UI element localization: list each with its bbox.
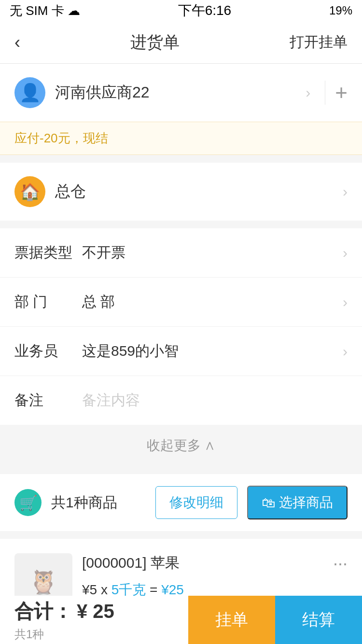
notice-bar: 应付-20元，现结 bbox=[0, 122, 362, 155]
salesman-value: 这是859的小智 bbox=[82, 341, 343, 361]
total-main: 合计： ¥ 25 bbox=[14, 598, 174, 625]
products-header: 🛒 共1种商品 修改明细 🛍 选择商品 bbox=[0, 474, 362, 531]
form-section: 票据类型 不开票 › 部 门 总 部 › 业务员 这是859的小智 › 备注 备… bbox=[0, 228, 362, 425]
page-title: 进货单 bbox=[130, 31, 180, 54]
total-label: 合计： bbox=[14, 601, 72, 622]
bottom-bar: 合计： ¥ 25 共1种 挂单 结算 bbox=[0, 596, 362, 644]
department-label: 部 门 bbox=[14, 292, 82, 312]
warehouse-name: 总仓 bbox=[55, 181, 343, 202]
total-section: 合计： ¥ 25 共1种 bbox=[0, 598, 188, 642]
supplier-chevron-icon: › bbox=[306, 84, 310, 101]
salesman-row[interactable]: 业务员 这是859的小智 › bbox=[0, 327, 362, 376]
user-icon: 👤 bbox=[19, 83, 41, 103]
salesman-label: 业务员 bbox=[14, 341, 82, 361]
product-logo-icon: 🦉 bbox=[29, 569, 58, 596]
warehouse-row[interactable]: 🏠 总仓 › bbox=[0, 163, 362, 221]
total-amount: ¥ 25 bbox=[77, 601, 114, 622]
remark-row[interactable]: 备注 备注内容 bbox=[0, 376, 362, 425]
collapse-label: 收起更多 ∧ bbox=[147, 436, 216, 455]
supplier-row[interactable]: 👤 河南供应商22 › + bbox=[0, 64, 362, 122]
modify-detail-button[interactable]: 修改明细 bbox=[155, 486, 237, 519]
battery-label: 19% bbox=[329, 4, 352, 17]
select-product-button[interactable]: 🛍 选择商品 bbox=[247, 486, 348, 519]
total-sub: 共1种 bbox=[14, 627, 174, 642]
warehouse-icon: 🏠 bbox=[20, 182, 40, 201]
product-info: [0000001] 苹果 ¥5 x 5千克 = ¥25 bbox=[82, 553, 325, 599]
select-product-label: 选择商品 bbox=[279, 493, 333, 512]
hang-button[interactable]: 挂单 bbox=[188, 596, 275, 644]
remark-placeholder: 备注内容 bbox=[82, 391, 348, 410]
total-value: ¥25 bbox=[161, 582, 184, 597]
warehouse-icon-wrap: 🏠 bbox=[14, 176, 45, 207]
product-more-button[interactable]: ··· bbox=[325, 553, 348, 574]
supplier-name: 河南供应商22 bbox=[55, 82, 306, 103]
select-product-icon: 🛍 bbox=[262, 495, 275, 511]
warehouse-chevron-icon: › bbox=[343, 183, 348, 200]
salesman-chevron-icon: › bbox=[343, 343, 348, 360]
status-bar: 无 SIM 卡 ☁ 下午6:16 19% bbox=[0, 0, 362, 21]
invoice-type-label: 票据类型 bbox=[14, 243, 82, 263]
product-title: 苹果 bbox=[151, 555, 180, 571]
supplier-section: 👤 河南供应商22 › + 应付-20元，现结 bbox=[0, 64, 362, 155]
add-supplier-button[interactable]: + bbox=[325, 81, 348, 105]
department-row[interactable]: 部 门 总 部 › bbox=[0, 278, 362, 327]
content-area: 👤 河南供应商22 › + 应付-20元，现结 🏠 总仓 › 票据类型 不开票 … bbox=[0, 64, 362, 644]
department-value: 总 部 bbox=[82, 292, 343, 312]
products-icon: 🛒 bbox=[19, 494, 37, 511]
products-icon-wrap: 🛒 bbox=[14, 489, 42, 516]
invoice-type-value: 不开票 bbox=[82, 243, 343, 263]
department-chevron-icon: › bbox=[343, 294, 348, 310]
collapse-row[interactable]: 收起更多 ∧ bbox=[0, 425, 362, 466]
product-code: [0000001] bbox=[82, 555, 146, 571]
supplier-avatar: 👤 bbox=[14, 77, 45, 108]
product-name: [0000001] 苹果 bbox=[82, 553, 325, 573]
checkout-button[interactable]: 结算 bbox=[275, 596, 362, 644]
products-count: 共1种商品 bbox=[51, 493, 146, 513]
nav-bar: ‹ 进货单 打开挂单 bbox=[0, 21, 362, 64]
invoice-type-chevron-icon: › bbox=[343, 245, 348, 261]
status-time: 下午6:16 bbox=[178, 1, 232, 20]
back-button[interactable]: ‹ bbox=[14, 32, 20, 53]
equals-sign: = bbox=[150, 582, 161, 597]
price-separator: x bbox=[101, 582, 111, 597]
open-hang-button[interactable]: 打开挂单 bbox=[290, 32, 348, 52]
status-right: 19% bbox=[329, 4, 352, 17]
qty-value: 5千克 bbox=[111, 582, 146, 597]
invoice-type-row[interactable]: 票据类型 不开票 › bbox=[0, 228, 362, 278]
remark-label: 备注 bbox=[14, 391, 82, 410]
price-value: ¥5 bbox=[82, 582, 97, 597]
sim-label: 无 SIM 卡 ☁ bbox=[10, 2, 80, 19]
status-left: 无 SIM 卡 ☁ bbox=[10, 2, 80, 19]
